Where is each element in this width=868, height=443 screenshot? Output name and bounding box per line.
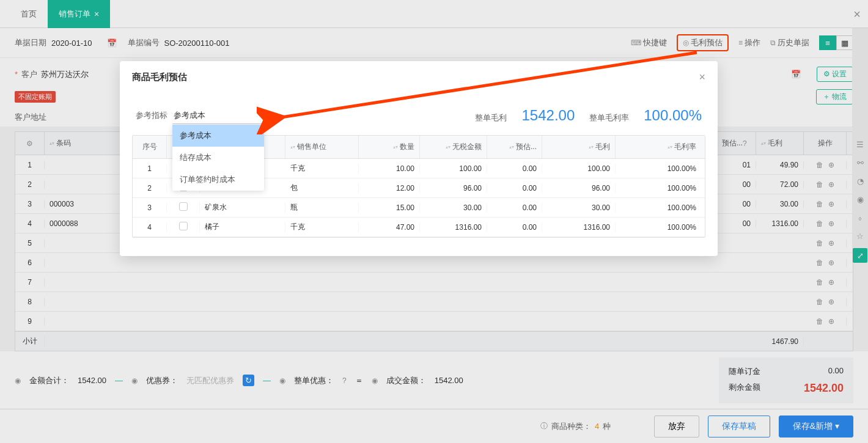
col-rate: 毛利率 [674,142,696,152]
option-reference-cost[interactable]: 参考成本 [172,125,264,147]
col-qty: 数量 [400,142,414,152]
modal-title: 商品毛利预估 [132,71,187,83]
col-profit: 毛利 [595,142,610,152]
table-row[interactable]: 3 矿泉水 瓶 15.00 30.00 0.00 30.00 100.00% [133,198,705,218]
option-contract-cost[interactable]: 订单签约时成本 [172,169,264,191]
filter-dropdown: 参考成本 结存成本 订单签约时成本 [172,125,264,191]
sort-icon[interactable]: ▴▾ [509,146,514,148]
col-amt: 无税金额 [452,142,482,152]
filter-select[interactable]: 参考成本 ⌄ 参考成本 结存成本 订单签约时成本 [172,108,264,124]
close-icon[interactable]: × [699,71,705,84]
filter-label: 参考指标 [136,110,167,121]
table-row[interactable]: 4 橘子 千克 47.00 1316.00 0.00 1316.00 100.0… [133,218,705,237]
total-profit-value: 1542.00 [521,107,575,124]
total-rate-label: 整单毛利率 [589,112,629,123]
col-est: 预估... [516,142,537,152]
col-unit: 销售单位 [297,142,326,152]
sort-icon[interactable]: ▴▾ [393,146,398,148]
sort-icon[interactable]: ▴▾ [446,146,451,148]
total-profit-label: 整单毛利 [475,112,507,123]
option-balance-cost[interactable]: 结存成本 [172,147,264,169]
sort-icon[interactable]: ▴▾ [589,146,594,148]
checkbox[interactable] [179,202,188,211]
filter-selected: 参考成本 [174,111,205,120]
profit-modal: 商品毛利预估 × 参考指标 参考成本 ⌄ 参考成本 结存成本 订单签约时成本 整… [120,61,718,256]
total-rate-value: 100.00% [644,107,702,124]
sort-icon[interactable]: ▴▾ [668,146,672,148]
col-idx: 序号 [133,136,167,158]
sort-icon[interactable]: ▴▾ [290,146,295,148]
chevron-up-icon: ⌄ [256,109,263,119]
checkbox[interactable] [179,222,188,230]
